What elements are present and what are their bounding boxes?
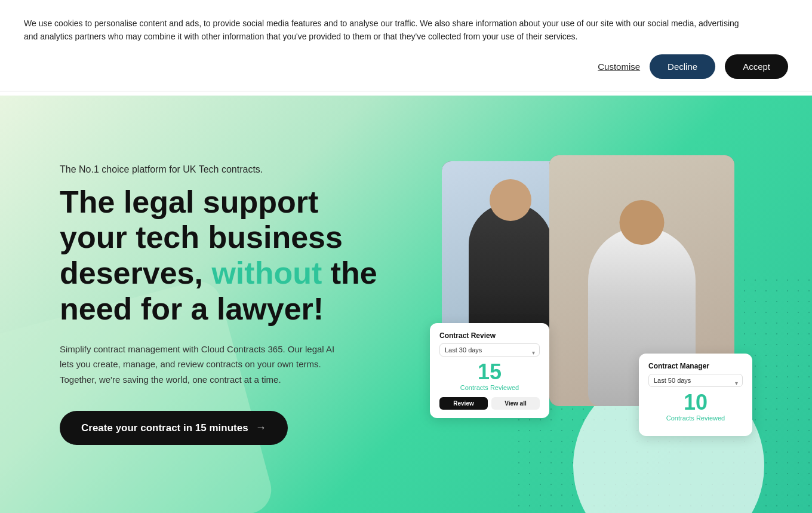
review-period-select[interactable]: Last 30 days <box>439 343 540 357</box>
review-card-buttons: Review View all <box>439 397 540 410</box>
hero-description: Simplify contract management with Cloud … <box>60 342 346 388</box>
review-count-label: Contracts Reviewed <box>439 384 540 391</box>
review-select-wrapper: Last 30 days <box>439 343 540 361</box>
hero-left-content: The No.1 choice platform for UK Tech con… <box>60 164 394 446</box>
cookie-banner: We use cookies to personalise content an… <box>0 0 812 91</box>
cookie-actions: Customise Decline Accept <box>24 54 788 79</box>
contract-review-card: Contract Review Last 30 days 15 Contract… <box>430 323 549 418</box>
view-all-button[interactable]: View all <box>491 397 540 410</box>
hero-subtitle: The No.1 choice platform for UK Tech con… <box>60 164 394 175</box>
manager-count-label: Contracts Reviewed <box>648 414 743 422</box>
hero-content: The No.1 choice platform for UK Tech con… <box>0 119 812 490</box>
manager-select-wrapper: Last 50 days <box>648 374 743 392</box>
review-button[interactable]: Review <box>439 397 488 410</box>
hero-title-highlight: without <box>211 256 322 290</box>
manager-card-title: Contract Manager <box>648 362 743 370</box>
review-count: 15 <box>439 361 540 383</box>
accept-button[interactable]: Accept <box>725 54 788 79</box>
manager-period-select[interactable]: Last 50 days <box>648 374 743 387</box>
contract-manager-card: Contract Manager Last 50 days 10 Contrac… <box>639 354 752 436</box>
hero-title: The legal support your tech business des… <box>60 185 394 327</box>
cookie-text: We use cookies to personalise content an… <box>24 17 740 44</box>
decline-button[interactable]: Decline <box>650 54 715 79</box>
review-card-title: Contract Review <box>439 331 540 340</box>
hero-right-content: Contract Review Last 30 days 15 Contract… <box>430 155 764 454</box>
cta-button[interactable]: Create your contract in 15 minutes → <box>60 411 288 445</box>
manager-count: 10 <box>648 392 743 413</box>
customise-button[interactable]: Customise <box>598 62 640 72</box>
hero-section: The No.1 choice platform for UK Tech con… <box>0 96 812 513</box>
arrow-icon: → <box>256 422 266 434</box>
cta-label: Create your contract in 15 minutes <box>81 422 248 434</box>
photo-grid: Contract Review Last 30 days 15 Contract… <box>430 155 764 454</box>
